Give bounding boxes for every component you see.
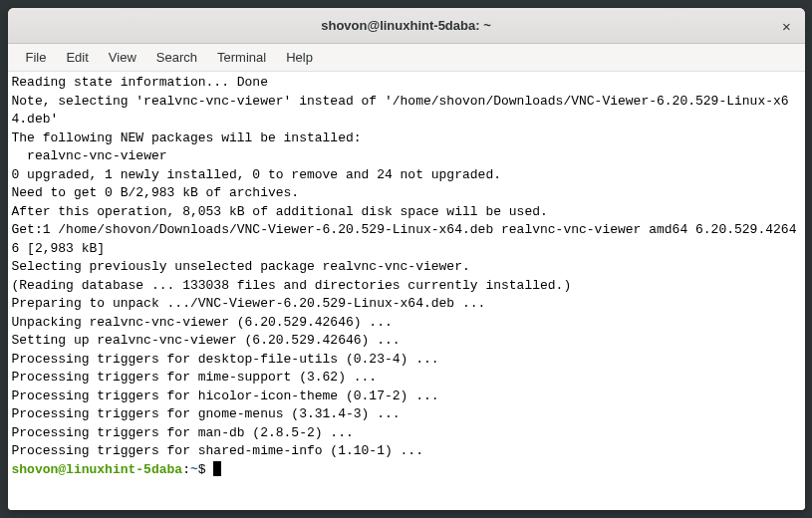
menu-help[interactable]: Help xyxy=(276,46,323,69)
terminal-output[interactable]: Reading state information... Done Note, … xyxy=(8,72,805,510)
close-icon: × xyxy=(782,18,791,35)
window-title: shovon@linuxhint-5daba: ~ xyxy=(321,18,491,33)
cursor xyxy=(213,461,221,476)
menubar: File Edit View Search Terminal Help xyxy=(8,44,805,72)
prompt-user-host: shovon@linuxhint-5daba xyxy=(12,462,183,477)
close-button[interactable]: × xyxy=(775,14,799,38)
menu-view[interactable]: View xyxy=(99,46,146,69)
menu-search[interactable]: Search xyxy=(146,46,207,69)
menu-terminal[interactable]: Terminal xyxy=(207,46,276,69)
menu-file[interactable]: File xyxy=(16,46,57,69)
titlebar[interactable]: shovon@linuxhint-5daba: ~ × xyxy=(8,8,805,44)
menu-edit[interactable]: Edit xyxy=(56,46,98,69)
prompt-path: ~ xyxy=(190,462,198,477)
terminal-window: shovon@linuxhint-5daba: ~ × File Edit Vi… xyxy=(8,8,805,510)
